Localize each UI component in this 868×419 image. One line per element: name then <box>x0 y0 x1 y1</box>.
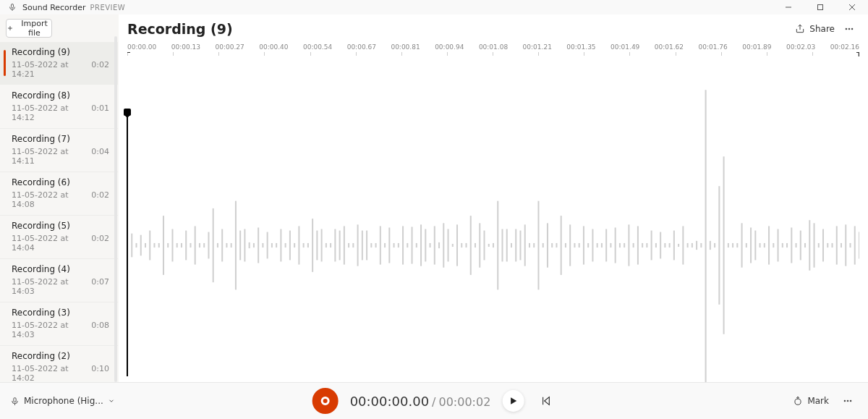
svg-point-9 <box>846 28 847 30</box>
recording-duration: 0:10 <box>91 364 109 382</box>
tick-label: 00:00.40 <box>259 43 303 51</box>
tick-label: 00:01.35 <box>566 43 610 51</box>
window-minimize[interactable] <box>773 0 804 14</box>
recording-duration: 0:02 <box>91 190 109 209</box>
tick-label: 00:01.08 <box>479 43 523 51</box>
recording-subtitle: 11-05-2022 at 14:03 <box>12 277 91 296</box>
svg-point-11 <box>851 28 853 30</box>
recording-subtitle: 11-05-2022 at 14:03 <box>12 321 91 339</box>
microphone-selector[interactable]: Microphone (Hig... <box>10 396 115 406</box>
main-header: Recording (9) Share <box>119 14 868 43</box>
window-close[interactable] <box>836 0 868 14</box>
recording-duration: 0:07 <box>91 277 109 296</box>
svg-marker-177 <box>511 397 516 404</box>
recording-title: Recording (3) <box>12 308 109 318</box>
recording-duration: 0:01 <box>91 103 109 122</box>
tick-label: 00:00.81 <box>391 43 435 51</box>
recording-item[interactable]: Recording (7)11-05-2022 at 14:110:04 <box>0 128 118 172</box>
app-icon <box>7 2 17 12</box>
svg-marker-178 <box>544 397 549 405</box>
tick-label: 00:02.03 <box>786 43 830 51</box>
microphone-label: Microphone (Hig... <box>24 396 103 406</box>
recording-duration: 0:04 <box>91 147 109 166</box>
recording-item[interactable]: Recording (9)11-05-2022 at 14:210:02 <box>0 42 118 85</box>
rewind-button[interactable] <box>535 391 556 411</box>
preview-tag: PREVIEW <box>90 4 125 12</box>
recording-title: Recording (8) <box>12 90 109 101</box>
recording-title: Recording (6) <box>12 177 109 187</box>
bottom-bar: Microphone (Hig... 00:00:00.00 / 00:00:0… <box>0 382 868 419</box>
tick-label: 00:01.21 <box>523 43 567 51</box>
window-maximize[interactable] <box>804 0 836 14</box>
tick-label: 00:00.27 <box>215 43 259 51</box>
recording-title: Recording (5) <box>12 221 109 231</box>
recording-duration: 0:02 <box>91 60 109 79</box>
svg-point-183 <box>850 400 851 402</box>
recording-title: Recording (4) <box>12 264 109 274</box>
recording-subtitle: 11-05-2022 at 14:08 <box>12 190 91 209</box>
svg-point-180 <box>795 399 801 405</box>
recording-title: Recording (9) <box>12 47 109 57</box>
tick-label: 00:01.76 <box>699 43 743 51</box>
play-button[interactable] <box>502 390 524 412</box>
title-bar: Sound Recorder PREVIEW <box>0 0 868 14</box>
tick-label: 00:01.89 <box>742 43 786 51</box>
svg-point-181 <box>844 400 846 402</box>
recording-duration: 0:08 <box>91 321 109 339</box>
tick-label: 00:01.62 <box>655 43 699 51</box>
share-label: Share <box>809 24 835 34</box>
svg-rect-175 <box>14 397 16 402</box>
time-separator: / <box>432 395 435 409</box>
main-panel: Recording (9) Share 00:00.0000:00.1300:0… <box>119 14 868 382</box>
recording-item[interactable]: Recording (6)11-05-2022 at 14:080:02 <box>0 172 118 215</box>
tick-label: 00:00.67 <box>347 43 391 51</box>
mark-button[interactable]: Mark <box>790 393 832 409</box>
recording-list: Recording (9)11-05-2022 at 14:210:02Reco… <box>0 42 118 382</box>
chevron-down-icon <box>108 397 115 405</box>
svg-rect-0 <box>12 4 14 9</box>
recording-item[interactable]: Recording (4)11-05-2022 at 14:030:07 <box>0 258 118 302</box>
time-display: 00:00:00.00 / 00:00:02 <box>350 394 491 409</box>
recording-subtitle: 11-05-2022 at 14:12 <box>12 103 91 122</box>
timeline[interactable]: 00:00.0000:00.1300:00.2700:00.4000:00.54… <box>119 43 868 56</box>
time-total: 00:00:02 <box>439 395 491 409</box>
mark-label: Mark <box>807 396 829 406</box>
tick-label: 00:00.00 <box>127 43 171 51</box>
recording-title: Recording (2) <box>12 351 109 361</box>
record-button[interactable] <box>312 388 339 414</box>
recording-subtitle: 11-05-2022 at 14:11 <box>12 147 91 166</box>
waveform-area[interactable] <box>119 56 868 382</box>
recording-subtitle: 11-05-2022 at 14:04 <box>12 234 91 253</box>
svg-point-10 <box>848 28 850 30</box>
time-current: 00:00:00.00 <box>350 394 429 409</box>
tick-label: 00:00.54 <box>303 43 347 51</box>
recording-subtitle: 11-05-2022 at 14:02 <box>12 364 91 382</box>
page-title: Recording (9) <box>127 21 233 37</box>
timeline-tick-labels: 00:00.0000:00.1300:00.2700:00.4000:00.54… <box>127 43 859 51</box>
recording-item[interactable]: Recording (8)11-05-2022 at 14:120:01 <box>0 85 118 128</box>
sidebar: Import file Recording (9)11-05-2022 at 1… <box>0 14 119 382</box>
recording-item[interactable]: Recording (2)11-05-2022 at 14:020:10 <box>0 345 118 382</box>
tick-label: 00:00.13 <box>171 43 216 51</box>
import-file-button[interactable]: Import file <box>6 19 52 38</box>
import-label: Import file <box>17 19 51 38</box>
playhead[interactable] <box>127 114 128 376</box>
app-title: Sound Recorder <box>22 3 85 12</box>
share-button[interactable]: Share <box>791 21 839 37</box>
recording-title: Recording (7) <box>12 134 109 144</box>
tick-label: 00:01.49 <box>610 43 655 51</box>
waveform <box>127 56 859 382</box>
more-button[interactable] <box>839 19 859 39</box>
svg-rect-3 <box>818 5 823 10</box>
recording-duration: 0:02 <box>91 234 109 253</box>
svg-point-182 <box>847 400 848 402</box>
recording-item[interactable]: Recording (3)11-05-2022 at 14:030:08 <box>0 302 118 345</box>
tick-label: 00:00.94 <box>435 43 479 51</box>
recording-item[interactable]: Recording (5)11-05-2022 at 14:040:02 <box>0 215 118 258</box>
bottom-more-button[interactable] <box>838 391 858 411</box>
recording-subtitle: 11-05-2022 at 14:21 <box>12 60 91 79</box>
tick-label: 00:02.16 <box>830 43 859 51</box>
